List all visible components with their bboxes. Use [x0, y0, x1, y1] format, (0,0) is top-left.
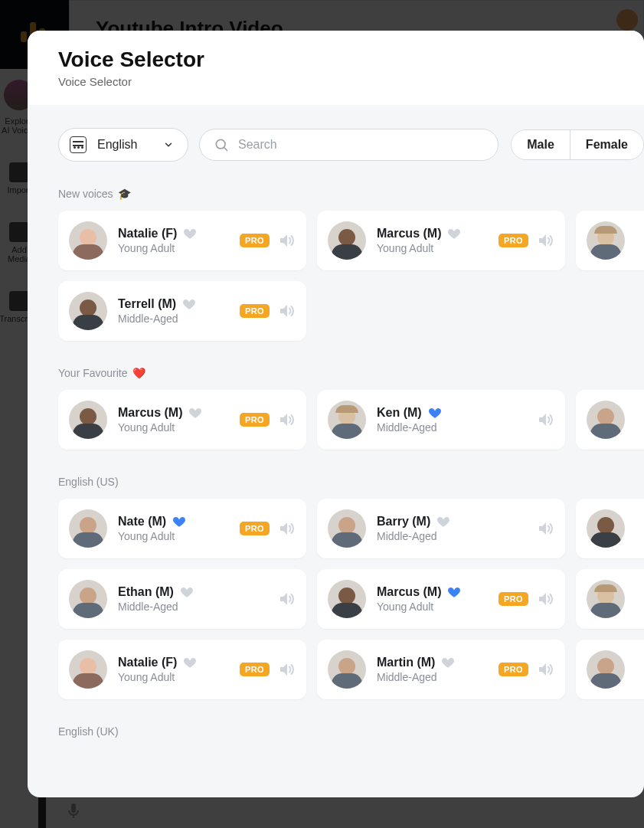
voice-section: Your Favourite❤️Marcus (M)Young AdultPRO… — [58, 367, 644, 450]
avatar — [328, 509, 366, 548]
avatar — [69, 509, 107, 548]
voice-card[interactable]: Marcus (M)Young AdultPRO — [317, 569, 565, 629]
modal-title: Voice Selector — [58, 47, 613, 72]
voice-info: Marcus (M)Young Adult — [377, 227, 488, 254]
voice-card[interactable]: Martin (M)Middle-AgedPRO — [317, 640, 565, 699]
voice-card[interactable]: Barry (M)Middle-Aged — [317, 499, 565, 558]
voice-card[interactable] — [576, 569, 644, 629]
search-input[interactable] — [238, 138, 484, 152]
heart-icon[interactable] — [447, 227, 461, 241]
voice-card[interactable]: Marcus (M)Young AdultPRO — [58, 390, 306, 450]
section-title: Your Favourite❤️ — [58, 367, 644, 379]
avatar — [69, 650, 107, 689]
voice-card[interactable] — [576, 640, 644, 699]
voice-age: Middle-Aged — [377, 421, 525, 434]
voice-card[interactable]: Ethan (M)Middle-Aged — [58, 569, 306, 629]
search-field[interactable] — [199, 129, 499, 161]
heart-icon[interactable] — [182, 297, 196, 311]
heart-icon[interactable] — [447, 585, 461, 599]
voice-name: Natalie (F) — [118, 656, 177, 669]
voice-name: Ethan (M) — [118, 585, 174, 599]
voice-name: Marcus (M) — [377, 585, 441, 599]
voice-name: Natalie (F) — [118, 227, 177, 241]
speaker-icon[interactable] — [536, 519, 554, 538]
voice-card[interactable] — [576, 390, 644, 450]
voice-age: Young Adult — [118, 671, 229, 683]
language-label: English — [97, 138, 152, 152]
voice-actions: PRO — [240, 519, 296, 538]
pro-badge: PRO — [499, 234, 528, 247]
svg-line-1 — [224, 148, 227, 151]
speaker-icon[interactable] — [277, 302, 296, 320]
heart-icon[interactable] — [180, 585, 194, 599]
voice-card[interactable] — [576, 211, 644, 270]
voice-age: Middle-Aged — [377, 530, 525, 542]
avatar — [587, 509, 625, 548]
heart-icon[interactable] — [172, 515, 186, 529]
speaker-icon[interactable] — [277, 411, 296, 429]
voice-info: Ethan (M)Middle-Aged — [118, 585, 266, 613]
speaker-icon[interactable] — [277, 231, 296, 250]
voice-name: Martin (M) — [377, 656, 435, 669]
voice-info: Natalie (F)Young Adult — [118, 227, 229, 254]
heart-icon[interactable] — [183, 227, 197, 241]
section-emoji-icon: ❤️ — [132, 367, 145, 379]
voice-card[interactable]: Marcus (M)Young AdultPRO — [317, 211, 565, 270]
avatar — [587, 650, 625, 689]
gender-male-button[interactable]: Male — [512, 130, 570, 159]
voice-section: English (US)Nate (M)Young AdultPROBarry … — [58, 476, 644, 699]
speaker-icon[interactable] — [536, 231, 554, 250]
speaker-icon[interactable] — [536, 411, 554, 429]
voice-card[interactable]: Natalie (F)Young AdultPRO — [58, 211, 306, 270]
voice-card[interactable]: Terrell (M)Middle-AgedPRO — [58, 281, 306, 341]
chevron-down-icon — [163, 139, 174, 150]
avatar — [69, 401, 107, 439]
voice-grid: Nate (M)Young AdultPROBarry (M)Middle-Ag… — [58, 499, 644, 699]
heart-icon[interactable] — [188, 406, 202, 420]
section-title-label: New voices — [58, 188, 113, 200]
speaker-icon[interactable] — [536, 660, 554, 679]
speaker-icon[interactable] — [277, 519, 296, 538]
voice-section: English (UK) — [58, 725, 644, 748]
speaker-icon[interactable] — [277, 660, 296, 679]
section-title-label: Your Favourite — [58, 367, 128, 379]
avatar — [328, 580, 366, 618]
voice-card[interactable]: Nate (M)Young AdultPRO — [58, 499, 306, 558]
modal-body: English Male Female New voices🎓Natalie (… — [28, 105, 644, 797]
voice-actions: PRO — [499, 590, 554, 608]
voice-age: Middle-Aged — [118, 601, 266, 613]
voice-card[interactable]: Ken (M)Middle-Aged — [317, 390, 565, 450]
voice-actions — [536, 519, 554, 538]
voice-name: Ken (M) — [377, 406, 422, 420]
heart-icon[interactable] — [441, 656, 455, 669]
gender-female-button[interactable]: Female — [570, 130, 643, 159]
voice-card[interactable]: Natalie (F)Young AdultPRO — [58, 640, 306, 699]
avatar — [69, 292, 107, 330]
avatar — [587, 580, 625, 618]
language-selector[interactable]: English — [58, 128, 188, 162]
pro-badge: PRO — [240, 304, 270, 318]
heart-icon[interactable] — [436, 515, 450, 529]
voice-info: Ken (M)Middle-Aged — [377, 406, 525, 434]
voice-age: Middle-Aged — [118, 313, 229, 325]
speaker-icon[interactable] — [277, 590, 296, 608]
voice-actions: PRO — [240, 302, 296, 320]
heart-icon[interactable] — [428, 406, 442, 420]
voice-section: New voices🎓Natalie (F)Young AdultPROMarc… — [58, 188, 644, 341]
voice-grid: Marcus (M)Young AdultPROKen (M)Middle-Ag… — [58, 390, 644, 450]
avatar — [587, 401, 625, 439]
voice-age: Young Adult — [118, 530, 229, 542]
controls-row: English Male Female — [58, 128, 644, 162]
heart-icon[interactable] — [183, 656, 197, 669]
modal-header: Voice Selector Voice Selector — [28, 31, 644, 105]
section-title-label: English (US) — [58, 476, 119, 488]
voice-actions — [277, 590, 296, 608]
voice-selector-modal: Voice Selector Voice Selector English Ma… — [28, 31, 644, 797]
avatar — [69, 221, 107, 260]
speaker-icon[interactable] — [536, 590, 554, 608]
voice-info: Nate (M)Young Adult — [118, 515, 229, 542]
voice-card[interactable] — [576, 499, 644, 558]
voice-name: Marcus (M) — [118, 406, 182, 420]
voice-name: Nate (M) — [118, 515, 166, 529]
voice-info: Barry (M)Middle-Aged — [377, 515, 525, 542]
